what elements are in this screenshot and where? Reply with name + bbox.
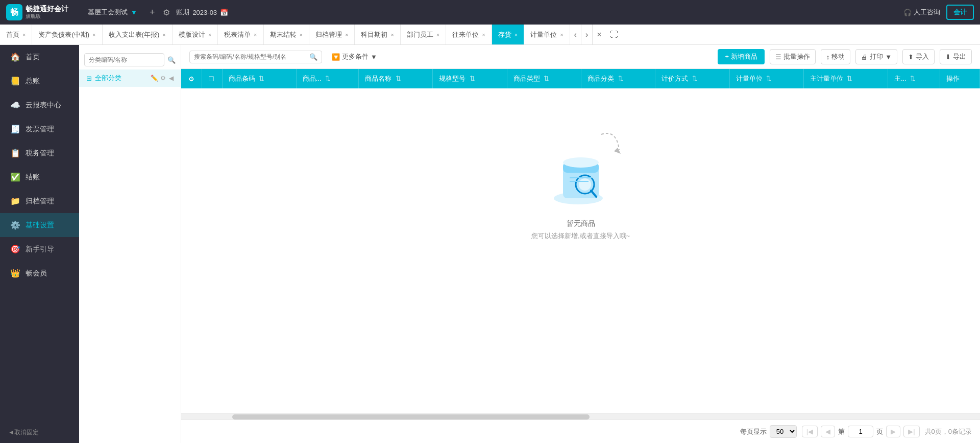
more-filter-button[interactable]: 🔽 更多条件 ▼: [327, 50, 382, 64]
account-button[interactable]: 会计: [946, 5, 974, 20]
period-label: 账期: [176, 8, 189, 17]
tab-expand-button[interactable]: ⛶: [606, 25, 622, 45]
tab-close-icon[interactable]: ×: [208, 32, 211, 38]
tab-prev-button[interactable]: ‹: [570, 25, 581, 45]
sidebar-item-settings[interactable]: ⚙️ 基础设置: [0, 213, 79, 237]
sidebar-item-invoices[interactable]: 🧾 发票管理: [0, 117, 79, 141]
sidebar-item-close[interactable]: ✅ 结账: [0, 165, 79, 189]
sidebar-unpin-button[interactable]: ◄取消固定: [0, 422, 79, 443]
search-icon[interactable]: 🔍: [309, 53, 317, 61]
page-nav: |◀ ◀ 第 页 ▶ ▶|: [802, 426, 920, 437]
tab-home[interactable]: 首页 ×: [0, 25, 32, 45]
import-button[interactable]: ⬆ 导入: [902, 49, 935, 64]
top-header: 畅 畅捷通好会计 旗舰版 基层工会测试 ▼ + ⚙ 账期 2023-03 📅 🎧…: [0, 0, 980, 25]
tab-close-icon[interactable]: ×: [390, 32, 394, 38]
page-size-select: 每页显示 50: [740, 425, 797, 438]
sidebar-item-guide[interactable]: 🎯 新手引导: [0, 237, 79, 261]
batch-operation-button[interactable]: ☰ 批量操作: [770, 49, 816, 64]
add-company-button[interactable]: +: [148, 7, 157, 18]
company-name: 基层工会测试: [88, 8, 128, 17]
move-button[interactable]: ↕ 移动: [821, 49, 851, 64]
page-size-dropdown[interactable]: 50: [770, 425, 797, 438]
total-info: 共0页，0条记录: [925, 427, 972, 436]
tab-dept-staff[interactable]: 部门员工 ×: [401, 25, 446, 45]
scroll-thumb[interactable]: [232, 414, 590, 419]
col-category[interactable]: 商品分类 ⇅: [581, 69, 655, 88]
tab-period-close[interactable]: 期末结转 ×: [264, 25, 309, 45]
product-table: ⚙ ☐ 商品条码 ⇅ 商品... ⇅: [181, 69, 980, 88]
tab-template-design[interactable]: 模版设计 ×: [173, 25, 218, 45]
sidebar-item-archive[interactable]: 📁 归档管理: [0, 189, 79, 213]
add-product-button[interactable]: + 新增商品: [718, 49, 764, 64]
tab-tax-list[interactable]: 税表清单 ×: [218, 25, 263, 45]
batch-icon: ☰: [775, 53, 781, 61]
empty-title: 暂无商品: [567, 219, 595, 228]
sidebar: 🏠 首页 📒 总账 ☁️ 云报表中心 🧾 发票管理 📋 税务管理 ✅ 结账 📁 …: [0, 45, 79, 443]
settings-category-button[interactable]: ⚙: [160, 75, 166, 82]
right-content: 🔍 🔽 更多条件 ▼ + 新增商品 ☰ 批量操作: [181, 45, 980, 443]
tab-balance-sheet[interactable]: 资产负债表(中期) ×: [32, 25, 102, 45]
tab-close-icon[interactable]: ×: [300, 32, 303, 38]
tab-close-icon[interactable]: ×: [254, 32, 257, 38]
check-icon: ✅: [10, 172, 20, 182]
tab-next-button[interactable]: ›: [581, 25, 593, 45]
col-main-unit[interactable]: 主计量单位 ⇅: [803, 69, 888, 88]
headset-icon: 🎧: [903, 9, 912, 16]
first-page-button[interactable]: |◀: [802, 426, 818, 437]
svg-point-4: [563, 157, 599, 168]
calendar-icon[interactable]: 📅: [220, 9, 228, 16]
search-icon[interactable]: 🔍: [167, 56, 176, 64]
tab-income-statement[interactable]: 收入支出表(年报) ×: [103, 25, 173, 45]
sort-icon: ⇅: [396, 75, 401, 82]
col-action: 操作: [940, 69, 980, 88]
tab-vendors[interactable]: 往来单位 ×: [446, 25, 492, 45]
sidebar-item-ledger[interactable]: 📒 总账: [0, 69, 79, 93]
product-search-input[interactable]: [194, 53, 306, 60]
consult-button[interactable]: 🎧 人工咨询: [903, 8, 940, 17]
second-toolbar: 🔍 🔽 更多条件 ▼ + 新增商品 ☰ 批量操作: [181, 45, 980, 69]
settings-icon[interactable]: ⚙: [163, 8, 170, 17]
col-code[interactable]: 商品... ⇅: [296, 69, 358, 88]
category-search-input[interactable]: [84, 53, 164, 66]
tab-close-icon[interactable]: ×: [92, 32, 95, 38]
horizontal-scrollbar[interactable]: [181, 413, 980, 419]
sidebar-item-home[interactable]: 🏠 首页: [0, 45, 79, 69]
tab-measure-unit[interactable]: 计量单位 ×: [524, 25, 570, 45]
tab-inventory[interactable]: 存货 ×: [492, 25, 524, 45]
all-category-item[interactable]: ⊞ 全部分类 ✏️ ⚙ ◀: [79, 69, 181, 87]
table-checkbox-col[interactable]: ☐: [202, 69, 222, 88]
col-price-method[interactable]: 计价方式 ⇅: [655, 69, 729, 88]
edit-category-button[interactable]: ✏️: [151, 75, 158, 82]
col-name[interactable]: 商品名称 ⇅: [359, 69, 433, 88]
sidebar-item-reports[interactable]: ☁️ 云报表中心: [0, 93, 79, 117]
tab-close-icon[interactable]: ×: [436, 32, 439, 38]
tab-close-icon[interactable]: ×: [345, 32, 348, 38]
tab-subject-init[interactable]: 科目期初 ×: [355, 25, 400, 45]
next-page-button[interactable]: ▶: [886, 426, 900, 437]
col-main-extra[interactable]: 主... ⇅: [888, 69, 940, 88]
col-type[interactable]: 商品类型 ⇅: [507, 69, 581, 88]
tab-close-icon[interactable]: ×: [514, 32, 518, 38]
tab-close-icon[interactable]: ×: [560, 32, 563, 38]
sidebar-item-member[interactable]: 👑 畅会员: [0, 261, 79, 285]
tab-close-icon[interactable]: ×: [22, 32, 26, 38]
company-selector[interactable]: 基层工会测试 ▼: [84, 6, 141, 19]
print-button[interactable]: 🖨 打印 ▼: [855, 49, 897, 64]
prev-page-button[interactable]: ◀: [821, 426, 835, 437]
col-spec[interactable]: 规格型号 ⇅: [433, 69, 507, 88]
col-barcode[interactable]: 商品条码 ⇅: [222, 69, 296, 88]
sidebar-item-tax[interactable]: 📋 税务管理: [0, 141, 79, 165]
collapse-panel-button[interactable]: ◀: [169, 75, 174, 82]
empty-illustration: [530, 119, 632, 211]
tab-close-all-button[interactable]: ×: [593, 25, 605, 45]
table-settings-col[interactable]: ⚙: [181, 69, 202, 88]
tab-archive[interactable]: 归档管理 ×: [309, 25, 355, 45]
tab-close-icon[interactable]: ×: [482, 32, 485, 38]
page-number-input[interactable]: [848, 426, 873, 437]
last-page-button[interactable]: ▶|: [903, 426, 919, 437]
sort-icon: ⇅: [544, 75, 549, 82]
col-unit[interactable]: 计量单位 ⇅: [729, 69, 803, 88]
export-button[interactable]: ⬇ 导出: [940, 49, 972, 64]
tax-icon: 📋: [10, 148, 20, 158]
tab-close-icon[interactable]: ×: [162, 32, 165, 38]
